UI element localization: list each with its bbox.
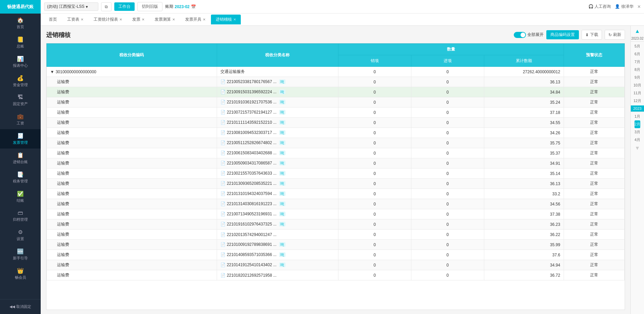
- assets-icon: 🏗: [18, 94, 23, 100]
- tab-sales-check[interactable]: 进销稽核✕: [211, 15, 241, 24]
- th-tax-code: 税收分类编码: [47, 44, 217, 67]
- month-item[interactable]: 2月: [635, 120, 640, 128]
- tab-invoice[interactable]: 发票✕: [128, 15, 149, 24]
- sidebar-item-archive[interactable]: 🗃归档管理: [0, 207, 41, 225]
- settings-icon: ⚙: [18, 229, 23, 235]
- avatar-icon: 👤: [615, 4, 620, 9]
- tab-close-icon[interactable]: ✕: [81, 18, 83, 21]
- tab-close-icon[interactable]: ✕: [172, 18, 175, 21]
- tab-close-icon[interactable]: ✕: [233, 18, 236, 21]
- month-item[interactable]: 11月: [633, 89, 641, 97]
- doc-icon: 📄: [220, 181, 226, 186]
- item-invoice-id: 📄22101310194324037594 ... 吨: [217, 189, 338, 199]
- home-icon: 🏠: [17, 17, 24, 23]
- month-item[interactable]: 7月: [633, 58, 641, 66]
- item-name: 运输费: [47, 250, 217, 260]
- tab-salary[interactable]: 工资表✕: [62, 15, 88, 24]
- month-item[interactable]: 8月: [633, 66, 641, 74]
- workspace-button[interactable]: 工作台: [114, 2, 135, 11]
- sidebar-item-invoices[interactable]: 🧾发票管理: [0, 129, 41, 149]
- sidebar-item-settle[interactable]: ✅结账: [0, 187, 41, 207]
- group-input: 0: [411, 67, 484, 77]
- sidebar-item-label: 总账: [17, 44, 24, 49]
- month-item[interactable]: 4月: [635, 136, 640, 144]
- close-button[interactable]: ×: [638, 4, 641, 10]
- nav-up-button[interactable]: ▲: [634, 27, 641, 35]
- switch-version-button[interactable]: 切到旧版: [137, 2, 162, 11]
- invoices-icon: 🧾: [17, 133, 24, 139]
- tab-close-icon[interactable]: ✕: [119, 18, 122, 21]
- sidebar-item-guide[interactable]: 🆕新手引导: [0, 245, 41, 264]
- month-item[interactable]: 1月: [635, 113, 640, 120]
- download-button[interactable]: ⬇ 下载: [582, 30, 602, 40]
- toggle-switch[interactable]: [514, 32, 526, 38]
- tag-badge: 吨: [279, 110, 286, 115]
- sidebar-item-ledger[interactable]: 📒总账: [0, 33, 41, 52]
- month-item[interactable]: 9月: [633, 74, 641, 81]
- item-status: 正常: [564, 169, 624, 179]
- sidebar-item-member[interactable]: 👑畅会员: [0, 264, 41, 283]
- item-invoice-id: 📄22101309365208535221 ... 吨: [217, 179, 338, 189]
- item-input: 0: [411, 199, 484, 209]
- item-sales: 0: [338, 209, 411, 219]
- tab-close-icon[interactable]: ✕: [142, 18, 144, 21]
- company-selector[interactable]: (勿动) 江西报宝-LSS ▾: [44, 2, 98, 11]
- tab-invoice-open[interactable]: 发票开具✕: [180, 15, 210, 24]
- sidebar-item-funds[interactable]: 💰资金管理: [0, 72, 41, 91]
- month-item[interactable]: 3月: [635, 128, 640, 136]
- collapse-icon[interactable]: ▼: [50, 70, 54, 74]
- sidebar-item-purchase-sales[interactable]: 📋进销台账: [0, 149, 41, 168]
- tab-label: 工资统计报表: [94, 17, 118, 22]
- item-status: 正常: [564, 118, 624, 128]
- refresh-button[interactable]: ↻ 刷新: [605, 30, 625, 40]
- unpin-button[interactable]: ◀◀ 取消固定: [0, 302, 41, 311]
- month-item[interactable]: 5月: [633, 42, 641, 50]
- item-input: 0: [411, 87, 484, 97]
- item-status: 正常: [564, 250, 624, 260]
- item-name: 运输费: [47, 107, 217, 118]
- item-amount: 36.72: [484, 270, 564, 280]
- month-item[interactable]: 6月: [633, 50, 641, 58]
- tag-badge: 吨: [279, 130, 286, 135]
- item-name: 运输费: [47, 77, 217, 87]
- item-status: 正常: [564, 260, 624, 270]
- item-invoice-id: 📄22100721573762194127 ... 吨: [217, 107, 338, 118]
- sidebar-item-label: 进销台账: [13, 159, 28, 164]
- support-label[interactable]: 🎧 人工咨询: [588, 4, 611, 9]
- expand-toggle[interactable]: 全部展开: [514, 32, 544, 38]
- main-area: (勿动) 江西报宝-LSS ▾ ⧉ 工作台 切到旧版 账期 2023-02 📅 …: [41, 0, 644, 314]
- main-table-container: 税收分类编码 税收分类名称 数量 预警状态 销项 进项 累计数额 ▼301000: [46, 43, 625, 310]
- tab-home[interactable]: 首页: [44, 15, 62, 24]
- tab-invoice-calc[interactable]: 发票测算✕: [150, 15, 180, 24]
- nav-down-button[interactable]: ▼: [634, 144, 641, 152]
- tag-badge: 吨: [279, 191, 286, 196]
- tag-badge: 吨: [279, 79, 286, 84]
- user-label[interactable]: 👤 徐泽华: [615, 4, 633, 9]
- purchase-sales-icon: 📋: [17, 152, 24, 158]
- item-amount: 36.23: [484, 219, 564, 230]
- group-sales: 0: [338, 67, 411, 77]
- sidebar-item-settings[interactable]: ⚙设置: [0, 225, 41, 245]
- product-code-button[interactable]: 商品编码设置: [546, 30, 579, 39]
- sidebar-item-tax[interactable]: 📑税务管理: [0, 168, 41, 187]
- sidebar-item-home[interactable]: 🏠首页: [0, 14, 41, 33]
- calendar-icon[interactable]: 📅: [191, 4, 196, 9]
- item-input: 0: [411, 209, 484, 219]
- month-item[interactable]: 12月: [633, 97, 641, 105]
- item-invoice-id: 📄22100713490523196931 ... 吨: [217, 209, 338, 219]
- copy-button[interactable]: ⧉: [101, 2, 112, 11]
- tab-label: 工资表: [67, 17, 79, 22]
- item-status: 正常: [564, 148, 624, 158]
- doc-icon: 📄: [220, 201, 226, 206]
- doc-icon: 📄: [220, 100, 226, 104]
- doc-icon: 📄: [220, 242, 226, 247]
- sidebar-item-label: 归档管理: [13, 217, 28, 222]
- item-amount: 35.14: [484, 169, 564, 179]
- sidebar-item-salary[interactable]: 💼工资: [0, 110, 41, 129]
- sidebar-item-assets[interactable]: 🏗固定资产: [0, 91, 41, 110]
- sidebar-item-reports[interactable]: 📊报表中心: [0, 52, 41, 72]
- month-item[interactable]: 10月: [633, 81, 641, 89]
- app-logo: 畅捷通易代账: [0, 0, 41, 14]
- tab-salary-stats[interactable]: 工资统计报表✕: [89, 15, 127, 24]
- tab-close-icon[interactable]: ✕: [203, 18, 206, 21]
